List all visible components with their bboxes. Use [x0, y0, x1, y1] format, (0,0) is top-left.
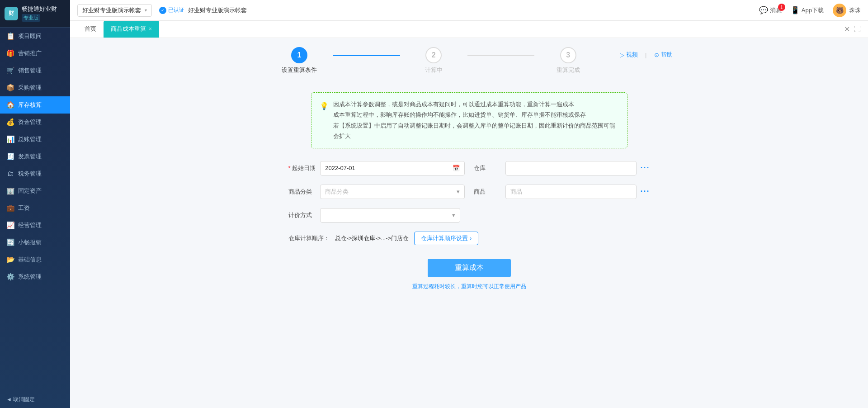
- expense-icon: 🔄: [6, 238, 14, 247]
- sidebar-label-expense: 小畅报销: [18, 238, 42, 247]
- goods-more-btn[interactable]: ···: [640, 187, 650, 196]
- start-date-input[interactable]: 2022-07-01 📅: [320, 161, 464, 176]
- steps-helpers: ▷ 视频 | ⊙ 帮助: [620, 51, 672, 59]
- warehouse-more-btn[interactable]: ···: [640, 163, 650, 173]
- main-area: 好业财专业版演示帐套 ▾ ✓ 已认证 好业财专业版演示帐套 💬 消息 1 📱 A…: [70, 0, 868, 408]
- sidebar-item-purchase[interactable]: 📦采购管理: [0, 79, 70, 96]
- sidebar-label-inventory: 库存核算: [18, 101, 42, 109]
- logo-icon: 财: [5, 7, 18, 20]
- sidebar-item-invoice[interactable]: 🧾发票管理: [0, 148, 70, 165]
- sidebar-item-expense[interactable]: 🔄小畅报销: [0, 234, 70, 251]
- pricing-label: 计价方式: [288, 211, 316, 219]
- pricing-select[interactable]: ▾: [320, 208, 460, 223]
- sidebar-logo: 财 畅捷通好业财 专业版: [0, 0, 70, 28]
- sidebar-item-basic[interactable]: 📂基础信息: [0, 251, 70, 268]
- purchase-icon: 📦: [6, 84, 14, 92]
- tab-home[interactable]: 首页: [77, 21, 104, 38]
- app-download-btn[interactable]: 📱 App下载: [791, 6, 824, 14]
- avatar: 🐻: [833, 4, 846, 17]
- sidebar-label-operations: 经营管理: [18, 221, 42, 229]
- info-icon: 💡: [320, 100, 329, 142]
- message-btn[interactable]: 💬 消息 1: [759, 6, 782, 14]
- warehouse-order-label: 仓库计算顺序：: [288, 234, 330, 242]
- step-1: 1 设置重算条件: [266, 47, 333, 74]
- sidebar-item-project[interactable]: 📋项目顾问: [0, 28, 70, 45]
- sidebar-label-finance: 资金管理: [18, 118, 42, 126]
- logo-name: 畅捷通好业财: [22, 5, 57, 13]
- account-chevron-icon: ▾: [145, 8, 147, 13]
- goods-label: 商品: [474, 188, 501, 196]
- goods-input[interactable]: 商品: [505, 185, 637, 199]
- invoice-icon: 🧾: [6, 152, 14, 161]
- category-select[interactable]: 商品分类 ▾: [320, 185, 465, 199]
- sidebar: 财 畅捷通好业财 专业版 📋项目顾问🎁营销推广🛒销售管理📦采购管理🏠库存核算💰资…: [0, 0, 70, 408]
- expand-icon[interactable]: ⛶: [854, 25, 861, 33]
- sidebar-item-operations[interactable]: 📈经营管理: [0, 217, 70, 234]
- warehouse-order-btn-label: 仓库计算顺序设置: [421, 234, 468, 242]
- accounting-icon: 📊: [6, 135, 14, 143]
- step-2-label: 计算中: [425, 66, 443, 74]
- sidebar-item-assets[interactable]: 🏢固定资产: [0, 182, 70, 199]
- sidebar-item-sales[interactable]: 🛒销售管理: [0, 62, 70, 79]
- sidebar-label-system: 系统管理: [18, 273, 42, 281]
- sidebar-label-marketing: 营销推广: [18, 49, 42, 57]
- warehouse-field: 仓库 ···: [474, 161, 650, 176]
- pricing-field: 计价方式 ▾: [288, 208, 460, 223]
- help-btn[interactable]: ⊙ 帮助: [654, 51, 673, 59]
- warehouse-order-row: 仓库计算顺序： 总仓->深圳仓库->...->门店仓 仓库计算顺序设置 ›: [288, 232, 650, 245]
- verified-badge-area: ✓ 已认证 好业财专业版演示帐套: [159, 6, 247, 14]
- account-selector[interactable]: 好业财专业版演示帐套 ▾: [77, 4, 152, 17]
- sidebar-label-purchase: 采购管理: [18, 84, 42, 92]
- marketing-icon: 🎁: [6, 49, 14, 57]
- category-label: 商品分类: [288, 188, 316, 196]
- recalc-btn[interactable]: 重算成本: [428, 259, 511, 277]
- sidebar-unpin[interactable]: ◄ 取消固定: [0, 391, 70, 408]
- sidebar-label-accounting: 总账管理: [18, 135, 42, 143]
- step-2-circle: 2: [425, 47, 442, 63]
- sidebar-item-payroll[interactable]: 💼工资: [0, 199, 70, 217]
- message-icon: 💬: [759, 6, 768, 14]
- sidebar-label-tax: 税务管理: [18, 170, 42, 178]
- category-chevron-icon: ▾: [457, 188, 460, 195]
- tab-home-label: 首页: [85, 25, 96, 33]
- user-name: 珠珠: [849, 6, 861, 14]
- sidebar-label-project: 项目顾问: [18, 32, 42, 40]
- info-line-2: 成本重算过程中，影响库存账的操作均不能操作，比如进货单、销货单、库存单据不能审核…: [333, 109, 619, 120]
- step-3: 3 重算完成: [534, 47, 602, 74]
- warehouse-input[interactable]: [505, 161, 637, 176]
- payroll-icon: 💼: [6, 204, 14, 212]
- close-icon[interactable]: ✕: [844, 25, 850, 33]
- calendar-icon: 📅: [453, 165, 460, 171]
- sidebar-label-basic: 基础信息: [18, 256, 42, 264]
- tab-close-icon[interactable]: ×: [149, 26, 152, 32]
- topbar-right: 💬 消息 1 📱 App下载 🐻 珠珠: [759, 4, 861, 17]
- tab-recalc[interactable]: 商品成本重算 ×: [104, 21, 159, 38]
- assets-icon: 🏢: [6, 187, 14, 195]
- steps: 1 设置重算条件 2 计算中 3 重算完成: [266, 47, 602, 74]
- content-area: 1 设置重算条件 2 计算中 3 重算完成: [70, 38, 868, 408]
- operations-icon: 📈: [6, 221, 14, 229]
- form-row-1: 起始日期 2022-07-01 📅 仓库 ···: [288, 161, 650, 176]
- goods-field: 商品 商品 ···: [474, 185, 650, 199]
- pricing-chevron-icon: ▾: [452, 212, 455, 218]
- project-icon: 📋: [6, 32, 14, 40]
- sidebar-item-system[interactable]: ⚙️系统管理: [0, 268, 70, 285]
- info-line-1: 因成本计算参数调整，或是对商品成本有疑问时，可以通过成本重算功能，重新计算一遍成…: [333, 99, 619, 109]
- sidebar-item-accounting[interactable]: 📊总账管理: [0, 131, 70, 148]
- form-row-2: 商品分类 商品分类 ▾ 商品 商品 ···: [288, 185, 650, 199]
- recalc-hint: 重算过程耗时较长，重算时您可以正常使用产品: [288, 283, 650, 290]
- step-1-label: 设置重算条件: [282, 66, 317, 74]
- sidebar-item-inventory[interactable]: 🏠库存核算: [0, 96, 70, 114]
- video-help-btn[interactable]: ▷ 视频: [620, 51, 638, 59]
- finance-icon: 💰: [6, 118, 14, 126]
- sales-icon: 🛒: [6, 66, 14, 75]
- sidebar-item-marketing[interactable]: 🎁营销推广: [0, 45, 70, 62]
- sidebar-label-sales: 销售管理: [18, 66, 42, 75]
- category-field: 商品分类 商品分类 ▾: [288, 185, 465, 199]
- warehouse-order-btn[interactable]: 仓库计算顺序设置 ›: [414, 232, 478, 245]
- sidebar-item-finance[interactable]: 💰资金管理: [0, 114, 70, 131]
- sidebar-label-assets: 固定资产: [18, 187, 42, 195]
- sidebar-item-tax[interactable]: 🗂税务管理: [0, 165, 70, 182]
- warehouse-order-chevron-icon: ›: [470, 235, 472, 242]
- user-profile-btn[interactable]: 🐻 珠珠: [833, 4, 861, 17]
